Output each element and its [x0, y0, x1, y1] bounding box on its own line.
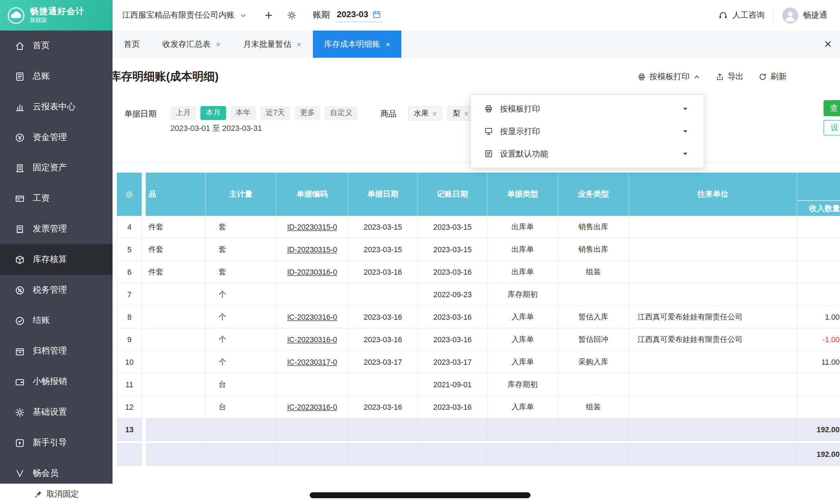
- qty-in-cell: [797, 216, 840, 238]
- export-icon: [715, 72, 724, 81]
- header-doc-date[interactable]: 单据日期: [348, 172, 418, 216]
- table-total-row[interactable]: 192.00: [117, 443, 840, 466]
- menu-item-print-by-template[interactable]: 按模板打印: [471, 97, 704, 120]
- header-unit[interactable]: 主计量: [206, 172, 276, 216]
- table-row[interactable]: 8个IC-20230316-02023-03-162023-03-16入库单暂估…: [117, 306, 840, 328]
- doc-date-cell: [348, 443, 418, 466]
- header-doc-code[interactable]: 单据编码: [276, 172, 348, 216]
- column-settings-header[interactable]: [117, 172, 142, 216]
- table-row[interactable]: 5件套套ID-20230315-02023-03-152023-03-15出库单…: [117, 238, 840, 261]
- table-row[interactable]: 11台2021-09-01库存期初: [117, 374, 840, 396]
- menu-item-print-by-display[interactable]: 按显示打印: [471, 120, 704, 142]
- doc-code-cell[interactable]: ID-20230315-0: [276, 238, 348, 261]
- row-number-cell: 13: [117, 419, 142, 441]
- tab-label: 库存成本明细账: [324, 39, 380, 49]
- header-product[interactable]: 品: [146, 172, 206, 216]
- header-book-date[interactable]: 记账日期: [418, 172, 488, 216]
- sidebar-item-cloud-report-center[interactable]: 云报表中心: [0, 91, 113, 122]
- sidebar-item-beginner-guide[interactable]: 新手引导: [0, 428, 113, 458]
- doc-code-cell[interactable]: IC-20230316-0: [276, 396, 348, 419]
- table-row[interactable]: 13192.00: [117, 419, 840, 441]
- header-partner[interactable]: 往来单位: [629, 172, 797, 216]
- settings-edge-button[interactable]: 设: [823, 120, 840, 135]
- doc-code-cell[interactable]: IC-20230316-0: [276, 306, 348, 328]
- tab-label: 月末批量暂估: [243, 39, 291, 49]
- doc-date-cell: 2023-03-15: [348, 216, 418, 238]
- partner-cell: [629, 238, 797, 261]
- date-pill-prev-month[interactable]: 上月: [170, 106, 196, 120]
- sidebar-item-closing[interactable]: 结账: [0, 305, 113, 336]
- sidebar-item-invoice-management[interactable]: 发票管理: [0, 214, 113, 244]
- table-row[interactable]: 7个2022-09-23库存期初: [117, 283, 840, 306]
- sidebar-item-reimbursement[interactable]: 小畅报销: [0, 366, 113, 397]
- doc-date-cell: [348, 419, 418, 441]
- sidebar-item-salary[interactable]: 工资: [0, 183, 113, 214]
- product-cell: [146, 351, 206, 374]
- sidebar-item-fixed-assets[interactable]: 固定资产: [0, 153, 113, 183]
- doc-code-cell[interactable]: ID-20230316-0: [276, 261, 348, 283]
- unit-cell: [206, 419, 276, 441]
- doc-code-cell[interactable]: IC-20230316-0: [276, 328, 348, 351]
- user-name[interactable]: 畅捷通: [803, 10, 827, 20]
- add-button[interactable]: +: [265, 8, 272, 22]
- table-row[interactable]: 4件套套ID-20230315-02023-03-152023-03-15出库单…: [117, 216, 840, 238]
- tab-month-end-estimate[interactable]: 月末批量暂估×: [232, 31, 313, 58]
- support-link[interactable]: 人工咨询: [732, 10, 764, 20]
- header-qty-in[interactable]: 收入数量: [797, 172, 840, 216]
- sidebar-item-label: 结账: [33, 315, 50, 326]
- sidebar-item-inventory-accounting[interactable]: 库存核算: [0, 244, 113, 275]
- tab-inventory-cost-detail[interactable]: 库存成本明细账×: [313, 31, 401, 58]
- header-doc-type[interactable]: 单据类型: [488, 172, 558, 216]
- doc-code-cell[interactable]: IC-20230317-0: [276, 351, 348, 374]
- tag-remove-icon[interactable]: ×: [432, 109, 437, 117]
- refresh-button[interactable]: 刷新: [758, 71, 787, 82]
- divider: [773, 9, 774, 21]
- date-pill-more[interactable]: 更多: [294, 106, 320, 120]
- menu-item-set-default-function[interactable]: 设置默认功能: [471, 142, 704, 165]
- date-pill-this-year[interactable]: 本年: [230, 106, 256, 120]
- table-row[interactable]: 12台IC-20230316-02023-03-162023-03-16入库单组…: [117, 396, 840, 419]
- frozen-gap-cell: [142, 238, 146, 261]
- period-picker[interactable]: 2023-03: [335, 8, 383, 23]
- sidebar-item-tax-management[interactable]: 税务管理: [0, 275, 113, 305]
- partner-cell: [629, 374, 797, 396]
- tab-close-icon[interactable]: ×: [297, 40, 301, 49]
- tab-home[interactable]: 首页: [113, 31, 151, 58]
- header-biz-type[interactable]: 业务类型: [558, 172, 629, 216]
- unpin-button[interactable]: 取消固定: [0, 484, 113, 504]
- sidebar-item-funds-management[interactable]: 资金管理: [0, 122, 113, 153]
- sidebar-item-archive-management[interactable]: 归档管理: [0, 336, 113, 366]
- tab-close-icon[interactable]: ×: [216, 40, 221, 49]
- table-row[interactable]: 9个IC-20230316-02023-03-162023-03-16入库单暂估…: [117, 328, 840, 351]
- company-selector[interactable]: 江西服宝精品有限责任公司内账: [122, 10, 247, 20]
- sidebar-item-basic-settings[interactable]: 基础设置: [0, 397, 113, 428]
- query-button[interactable]: 查: [823, 100, 840, 116]
- print-by-template-button[interactable]: 按模板打印: [637, 71, 701, 82]
- headset-icon: [718, 10, 728, 20]
- doc-type-cell: 出库单: [488, 261, 558, 283]
- book-date-cell: 2023-03-16: [418, 261, 488, 283]
- date-pill-last-7-days[interactable]: 近7天: [260, 106, 290, 120]
- sidebar-item-label: 新手引导: [33, 437, 67, 448]
- tab-inout-summary[interactable]: 收发存汇总表×: [151, 31, 232, 58]
- sidebar-item-general-ledger[interactable]: 总账: [0, 61, 113, 92]
- settings-gear-icon[interactable]: [286, 10, 297, 20]
- sidebar-item-label: 税务管理: [33, 285, 67, 296]
- doc-code-cell[interactable]: ID-20230315-0: [276, 216, 348, 238]
- caret-down-icon[interactable]: [681, 149, 689, 158]
- table-row[interactable]: 6件套套ID-20230316-02023-03-162023-03-16出库单…: [117, 261, 840, 283]
- sidebar-item-home[interactable]: 首页: [0, 31, 113, 61]
- horizontal-scrollbar[interactable]: [310, 492, 530, 498]
- sidebar-item-member[interactable]: 畅会员: [0, 458, 113, 484]
- date-pill-custom[interactable]: 自定义: [325, 106, 358, 120]
- avatar[interactable]: [782, 7, 798, 24]
- biz-type-cell: [558, 283, 629, 306]
- date-pill-this-month[interactable]: 本月: [201, 106, 226, 120]
- tag-remove-icon[interactable]: ×: [464, 109, 468, 117]
- export-button[interactable]: 导出: [715, 71, 744, 82]
- tab-close-icon[interactable]: ×: [386, 40, 390, 49]
- caret-down-icon[interactable]: [681, 104, 689, 113]
- close-all-tabs-button[interactable]: ×: [825, 38, 832, 50]
- table-row[interactable]: 10个IC-20230317-02023-03-172023-03-17入库单采…: [117, 351, 840, 374]
- caret-down-icon[interactable]: [681, 127, 689, 135]
